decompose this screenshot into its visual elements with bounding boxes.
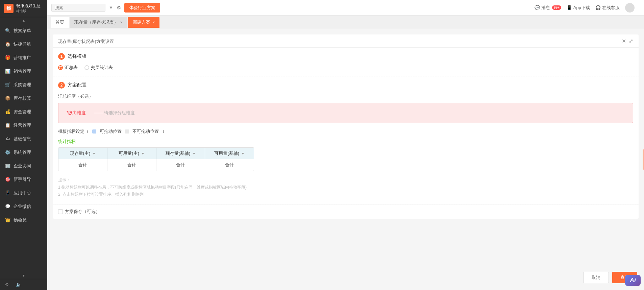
tabbar: 首页 现存量（库存状况表） × 新建方案 × [47,16,644,29]
tab-close-new-plan[interactable]: × [152,20,155,25]
stats-table: 现存量(主) ▼ 可用量(主) ▼ 现存量(基辅) ▼ [58,147,254,171]
radio-summary[interactable]: 汇总表 [58,65,78,71]
sidebar-item-member[interactable]: 👑 畅会员 [0,213,47,227]
settings-icon[interactable]: ⚙ [5,282,9,287]
sidebar-item-inventory[interactable]: 📦 库存核算 [0,92,47,105]
stats-cell-0-1: 合计 [107,159,156,171]
sidebar-item-wechat[interactable]: 💬 企业微信 [0,200,47,213]
section1-header: 1 选择模板 [58,53,633,60]
dimension-row: *纵向维度 —— 请选择分组维度 [67,110,625,116]
radio-crosstab[interactable]: 交叉统计表 [84,65,113,71]
radio-summary-dot [58,65,63,70]
dimension-label: 汇总维度（必选） [58,93,633,99]
template-radio-group: 汇总表 交叉统计表 [58,65,633,71]
sidebar-item-purchase[interactable]: 🛒 采购管理 [0,78,47,92]
sidebar-item-sales[interactable]: 📊 销售管理 [0,65,47,78]
sidebar-scroll-up[interactable]: ▲ [0,17,47,24]
stats-cell-0-2: 合计 [156,159,205,171]
stats-col-available-aux[interactable]: 可用量(基辅) ▼ [205,148,254,159]
save-checkbox[interactable] [58,209,63,214]
online-service-button[interactable]: 🎧 在线客服 [595,5,620,11]
sidebar: 畅 畅康通好生意 标准版 ▲ 🔍 搜索菜单 🏠 快捷导航 🎁 营销推广 📊 销售… [0,0,47,290]
expand-window-icon[interactable]: ⤢ [629,38,633,44]
tip-1: 1.拖动标题栏可以调整布局，不可跨维度或指标区域拖动栏目字段(只能在同一维度或指… [58,184,633,191]
sidebar-item-search[interactable]: 🔍 搜索菜单 [0,24,47,38]
doc-icon: 📋 [5,122,11,128]
window-controls: ✕ ⤢ [622,38,633,44]
tab-inventory-status[interactable]: 现存量（库存状况表） × [70,17,127,28]
stats-data-row-0: 合计 合计 合计 合计 [58,159,254,171]
section-template: 1 选择模板 汇总表 交叉统计表 [53,48,639,76]
sidebar-item-enterprise[interactable]: 🏢 企业协同 [0,159,47,173]
volume-icon[interactable]: 🔈 [16,282,22,287]
topbar: ▼ ⚙ 体验行业方案 💬 消息 99+ 📱 App下载 🎧 在线客服 [47,0,644,16]
folder-icon: 🗂 [5,136,11,142]
right-scroll-indicator [643,149,644,170]
content-area: ✕ ⤢ 现存量(库存状况表)方案设置 1 选择模板 汇总表 交叉统 [47,29,644,290]
sidebar-item-appstore[interactable]: 📱 应用中心 [0,186,47,200]
headset-icon: 🎧 [595,5,601,10]
search-input[interactable] [51,4,105,12]
sidebar-item-marketing[interactable]: 🎁 营销推广 [0,51,47,65]
settings-panel: ✕ ⤢ 现存量(库存状况表)方案设置 1 选择模板 汇总表 交叉统 [53,34,639,219]
target-icon: 🎯 [5,176,11,183]
mobile-icon: 📱 [567,5,572,10]
money-icon: 💰 [5,109,11,115]
page-title: 现存量(库存状况表)方案设置 [53,34,639,48]
search-menu-icon: 🔍 [5,28,11,34]
tab-home[interactable]: 首页 [51,17,69,28]
close-window-icon[interactable]: ✕ [622,38,626,44]
tab-close-inventory[interactable]: × [120,20,123,25]
sidebar-item-basicinfo[interactable]: 🗂 基础信息 [0,132,47,146]
chat-icon: 💬 [5,203,11,210]
app-download-button[interactable]: 📱 App下载 [567,5,590,11]
vertical-dimension-label: *纵向维度 [67,110,86,116]
col-dropdown-0[interactable]: ▼ [92,152,96,155]
non-draggable-indicator [125,129,129,134]
save-label: 方案保存（可选） [65,209,100,215]
sidebar-menu: 🔍 搜索菜单 🏠 快捷导航 🎁 营销推广 📊 销售管理 🛒 采购管理 📦 库存核… [0,24,47,272]
topbar-gear-icon[interactable]: ⚙ [117,5,121,11]
tip-2: 2. 点击标题栏下拉可设置排序、插入列和删除列 [58,191,633,198]
phone-icon: 📱 [5,190,11,196]
dimension-placeholder[interactable]: —— 请选择分组维度 [94,110,135,116]
section-config: 2 方案配置 汇总维度（必选） *纵向维度 —— 请选择分组维度 模板指标设定（ [53,76,639,204]
col-dropdown-3[interactable]: ▼ [241,152,245,155]
stats-col-current-main[interactable]: 现存量(主) ▼ [58,148,107,159]
cart-icon: 🛒 [5,82,11,88]
col-dropdown-1[interactable]: ▼ [141,152,145,155]
user-avatar[interactable] [625,3,635,13]
stats-header-row: 现存量(主) ▼ 可用量(主) ▼ 现存量(基辅) ▼ [58,148,254,159]
sidebar-item-system[interactable]: ⚙️ 系统管理 [0,146,47,159]
stats-col-available-main[interactable]: 可用量(主) ▼ [107,148,156,159]
gear-icon: ⚙️ [5,149,11,155]
search-dropdown-icon[interactable]: ▼ [109,5,113,10]
message-badge: 99+ [552,5,561,10]
tab-new-plan[interactable]: 新建方案 × [128,17,159,28]
section1-number: 1 [58,53,65,60]
stats-col-current-aux[interactable]: 现存量(基辅) ▼ [156,148,205,159]
stats-cell-0-0: 合计 [58,159,107,171]
trial-button[interactable]: 体验行业方案 [124,3,160,13]
section1-title: 选择模板 [68,53,86,59]
sidebar-item-finance[interactable]: 💰 资金管理 [0,105,47,119]
sidebar-item-newguide[interactable]: 🎯 新手引导 [0,173,47,186]
cancel-button[interactable]: 取消 [583,272,609,283]
indicator-setting: 模板指标设定（ 可拖动位置 不可拖动位置 ） [58,128,633,135]
logo-icon: 畅 [4,4,14,13]
stats-section: 统计指标 现存量(主) ▼ 可用量(主) ▼ [58,139,633,171]
sidebar-item-nav[interactable]: 🏠 快捷导航 [0,38,47,51]
tips-section: 提示： 1.拖动标题栏可以调整布局，不可跨维度或指标区域拖动栏目字段(只能在同一… [58,176,633,198]
home-icon: 🏠 [5,41,11,47]
sidebar-item-management[interactable]: 📋 经营管理 [0,119,47,132]
ai-badge[interactable]: Ai [625,275,641,286]
section2-header: 2 方案配置 [58,82,633,89]
sidebar-scroll-down[interactable]: ▼ [0,272,47,279]
message-button[interactable]: 💬 消息 99+ [535,5,561,11]
col-dropdown-2[interactable]: ▼ [192,152,196,155]
stats-cell-0-3: 合计 [205,159,254,171]
save-option: 方案保存（可选） [53,204,639,219]
section2-title: 方案配置 [68,82,86,88]
radio-crosstab-dot [84,65,89,70]
building-icon: 🏢 [5,163,11,169]
